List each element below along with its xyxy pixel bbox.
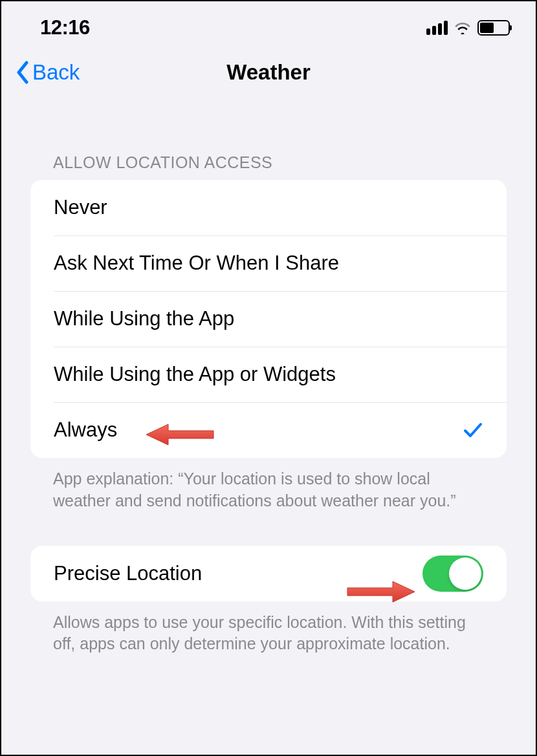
option-label: Never: [54, 196, 107, 219]
navigation-bar: Back Weather: [1, 47, 536, 98]
battery-icon: [477, 20, 510, 36]
section-header-location-access: ALLOW LOCATION ACCESS: [1, 98, 536, 180]
option-while-using-app[interactable]: While Using the App: [30, 291, 507, 347]
status-bar: 12:16: [1, 1, 536, 47]
option-ask-next-time[interactable]: Ask Next Time Or When I Share: [30, 235, 507, 291]
option-label: Ask Next Time Or When I Share: [54, 252, 339, 275]
back-button[interactable]: Back: [16, 60, 80, 85]
precise-location-toggle[interactable]: [422, 556, 483, 592]
location-access-options: Never Ask Next Time Or When I Share Whil…: [30, 180, 507, 458]
precise-location-footer: Allows apps to use your specific locatio…: [1, 601, 536, 656]
option-label: While Using the App: [54, 307, 234, 330]
precise-location-label: Precise Location: [54, 562, 202, 585]
page-title: Weather: [226, 60, 311, 85]
cellular-signal-icon: [426, 21, 448, 35]
wifi-icon: [454, 21, 471, 34]
location-access-footer: App explanation: “Your location is used …: [1, 458, 536, 512]
status-time: 12:16: [40, 16, 90, 39]
checkmark-icon: [463, 420, 483, 440]
toggle-knob: [449, 557, 481, 590]
option-never[interactable]: Never: [30, 180, 507, 235]
option-always[interactable]: Always: [30, 402, 507, 458]
option-while-using-app-or-widgets[interactable]: While Using the App or Widgets: [30, 347, 507, 402]
option-label: Always: [54, 418, 117, 442]
chevron-left-icon: [16, 61, 30, 84]
precise-location-group: Precise Location: [30, 546, 507, 601]
option-label: While Using the App or Widgets: [54, 363, 336, 386]
back-label: Back: [32, 60, 80, 85]
status-indicators: [426, 20, 510, 36]
precise-location-row: Precise Location: [30, 546, 507, 601]
